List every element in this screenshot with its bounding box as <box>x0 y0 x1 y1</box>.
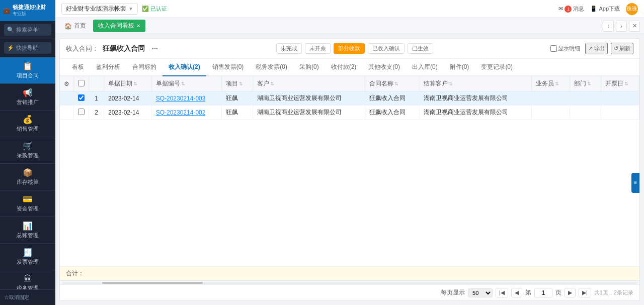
nav-prev-button[interactable]: ‹ <box>603 21 614 32</box>
export-button[interactable]: ↗ 导出 <box>585 43 608 54</box>
company-selector[interactable]: 好业财专业版演示帐套 ▼ <box>61 3 138 15</box>
row-settings[interactable] <box>60 106 74 120</box>
tab-change-log[interactable]: 变更记录(0) <box>475 59 519 76</box>
row-code-link[interactable]: SQ-20230214-002 <box>156 109 206 116</box>
row-contract-name: 狂飙收入合同 <box>365 106 419 120</box>
th-num <box>89 76 104 91</box>
th-project[interactable]: 项目 ⇅ <box>222 76 253 91</box>
th-department[interactable]: 部门 ⇅ <box>570 76 601 91</box>
sidebar-item-inventory[interactable]: 📦 库存核算 <box>0 164 55 190</box>
status-incomplete-button[interactable]: 未完成 <box>276 43 302 54</box>
row-date: 2023-02-14 <box>104 106 152 120</box>
tab-payment[interactable]: 收付款(2) <box>325 59 363 76</box>
page-end-label: 页 <box>555 288 561 297</box>
tab-tax-invoice[interactable]: 税务发票(0) <box>250 59 293 76</box>
status-confirmed-button[interactable]: 已收入确认 <box>368 43 405 54</box>
tab-other-income[interactable]: 其他收支(0) <box>362 59 406 76</box>
scrollbar-thumb[interactable] <box>102 282 203 284</box>
page-number-input[interactable] <box>534 288 552 297</box>
tab-home[interactable]: 🏠 首页 <box>59 20 91 32</box>
row-settings[interactable] <box>60 91 74 106</box>
sidebar-item-accounting[interactable]: 📊 总账管理 <box>0 217 55 244</box>
panel-status-buttons: 未完成 未开票 部分收款 已收入确认 已生效 <box>276 43 433 54</box>
row-checkbox-cell[interactable] <box>74 91 89 106</box>
sidebar: 💼 畅捷通好业财 专业版 🔍 搜索菜单 ⚡ 快捷导航 📋 项目合同 📢 营销推广… <box>0 0 55 305</box>
th-customer[interactable]: 客户 ⇅ <box>253 76 365 91</box>
tab-warehouse[interactable]: 出入库(0) <box>406 59 444 76</box>
sidebar-item-sales[interactable]: 💰 销售管理 <box>0 111 55 137</box>
refresh-button[interactable]: ↺ 刷新 <box>611 43 633 54</box>
sidebar-item-project-label: 项目合同 <box>17 72 39 79</box>
sidebar-item-tax[interactable]: 🏛 税务管理 <box>0 270 55 289</box>
unpin-button[interactable]: ☆取消固定 <box>2 292 53 303</box>
tab-contract-standard[interactable]: 合同标的 <box>126 59 163 76</box>
search-menu-label: 搜索菜单 <box>16 26 38 34</box>
right-panel-toggle[interactable]: ≡ <box>631 173 639 193</box>
tab-income-confirm[interactable]: 收入确认(2) <box>163 59 206 76</box>
per-page-select[interactable]: 50 20 100 200 <box>468 288 493 297</box>
nav-close-button[interactable]: ✕ <box>629 21 640 32</box>
row-checkbox[interactable] <box>78 94 85 101</box>
check-icon: ✅ <box>142 6 149 12</box>
panel-title: 收入合同： 狂飙收入合同 ··· <box>66 44 161 54</box>
user-menu[interactable]: 珠珠 <box>626 3 638 15</box>
row-code-link[interactable]: SQ-20230214-003 <box>156 95 206 102</box>
th-date[interactable]: 单据日期 ⇅ <box>104 76 152 91</box>
th-salesperson-label: 业务员 <box>536 79 554 88</box>
page-first-button[interactable]: |◀ <box>496 288 508 297</box>
tab-sales-invoice[interactable]: 销售发票(0) <box>206 59 250 76</box>
sidebar-item-funds[interactable]: 💳 资金管理 <box>0 190 55 217</box>
show-detail-checkbox[interactable]: 显示明细 <box>548 44 582 53</box>
tab-close-icon[interactable]: ✕ <box>136 23 140 29</box>
more-options-button[interactable]: ··· <box>149 44 161 54</box>
th-settings[interactable]: ⚙ <box>60 76 74 91</box>
page-last-button[interactable]: ▶| <box>579 288 591 297</box>
sidebar-item-marketing[interactable]: 📢 营销推广 <box>0 84 55 111</box>
sidebar-item-inventory-label: 库存核算 <box>17 178 39 186</box>
app-download-button[interactable]: 📱 App下载 <box>590 5 620 13</box>
tab-attachments[interactable]: 附件(0) <box>444 59 475 76</box>
row-contract-name: 狂飙收入合同 <box>365 91 419 106</box>
message-button[interactable]: ✉ 1 消息 <box>558 5 584 13</box>
th-code[interactable]: 单据编号 ⇅ <box>151 76 222 91</box>
tab-profit-label: 盈利分析 <box>96 63 120 70</box>
sidebar-item-marketing-label: 营销推广 <box>17 98 39 106</box>
show-detail-label: 显示明细 <box>558 45 580 52</box>
select-all-checkbox[interactable] <box>78 80 85 86</box>
page-prev-button[interactable]: ◀ <box>511 288 522 297</box>
tab-contract[interactable]: 收入合同看板 ✕ <box>93 20 145 32</box>
tab-sales-invoice-label: 销售发票(0) <box>212 63 244 70</box>
row-checkbox-cell[interactable] <box>74 106 89 120</box>
page-next-button[interactable]: ▶ <box>565 288 576 297</box>
horizontal-scrollbar[interactable] <box>60 280 639 284</box>
th-contract-name[interactable]: 合同名称 ⇅ <box>365 76 419 91</box>
row-code[interactable]: SQ-20230214-002 <box>151 106 222 120</box>
nav-next-button[interactable]: › <box>616 21 627 32</box>
table-row[interactable]: 1 2023-02-14 SQ-20230214-003 狂飙 湖南卫视商业运营… <box>60 91 639 106</box>
status-uninvoiced-button[interactable]: 未开票 <box>305 43 331 54</box>
row-num: 2 <box>89 106 104 120</box>
tab-profit[interactable]: 盈利分析 <box>90 59 126 76</box>
th-settlement-customer[interactable]: 结算客户 ⇅ <box>419 76 531 91</box>
row-code[interactable]: SQ-20230214-003 <box>151 91 222 106</box>
th-open-date[interactable]: 开票日 ⇅ <box>601 76 639 91</box>
quick-nav-icon: ⚡ <box>7 45 14 51</box>
search-menu-button[interactable]: 🔍 搜索菜单 <box>4 24 51 36</box>
purchase-icon: 🛒 <box>23 141 33 151</box>
sidebar-item-project[interactable]: 📋 项目合同 <box>0 57 55 84</box>
row-checkbox[interactable] <box>78 109 85 115</box>
detail-checkbox-input[interactable] <box>550 45 557 52</box>
sidebar-item-purchase[interactable]: 🛒 采购管理 <box>0 137 55 164</box>
table-row[interactable]: 2 2023-02-14 SQ-20230214-002 狂飙 湖南卫视商业运营… <box>60 106 639 120</box>
company-name: 好业财专业版演示帐套 <box>66 5 126 13</box>
tab-purchase[interactable]: 采购(0) <box>293 59 325 76</box>
th-checkbox[interactable] <box>74 76 89 91</box>
th-salesperson[interactable]: 业务员 ⇅ <box>532 76 570 91</box>
status-partial-button[interactable]: 部分收款 <box>334 43 365 54</box>
status-effective-button[interactable]: 已生效 <box>408 43 433 54</box>
sidebar-item-invoice[interactable]: 🧾 发票管理 <box>0 244 55 270</box>
quick-nav-button[interactable]: ⚡ 快捷导航 <box>4 42 51 54</box>
refresh-icon: ↺ <box>614 45 618 52</box>
tab-kanban[interactable]: 看板 <box>66 59 90 76</box>
row-open-date <box>601 91 639 106</box>
